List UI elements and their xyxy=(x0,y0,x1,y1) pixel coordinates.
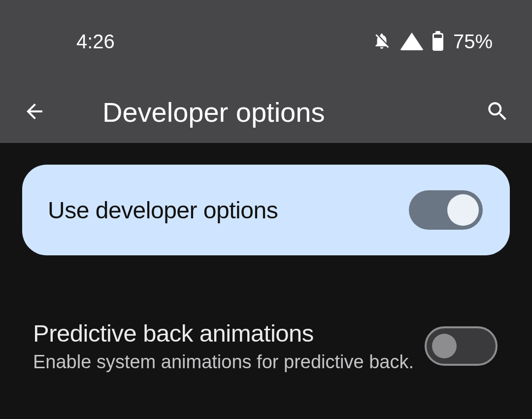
battery-fill xyxy=(434,38,442,49)
status-icons: 75% xyxy=(372,31,493,53)
master-toggle-card[interactable]: Use developer options xyxy=(22,165,510,255)
setting-row[interactable]: Predictive back animations Enable system… xyxy=(22,255,510,373)
search-button[interactable] xyxy=(483,98,512,127)
wifi-icon xyxy=(400,33,424,50)
setting-toggle-switch[interactable] xyxy=(425,326,498,366)
setting-title: Predictive back animations xyxy=(33,319,414,347)
setting-text: Predictive back animations Enable system… xyxy=(33,319,414,373)
app-bar: Developer options xyxy=(0,81,532,143)
status-time: 4:26 xyxy=(76,31,115,53)
battery-text: 75% xyxy=(453,31,493,53)
arrow-back-icon xyxy=(23,100,46,125)
search-icon xyxy=(485,99,510,126)
setting-subtitle: Enable system animations for predictive … xyxy=(33,351,414,373)
master-toggle-switch[interactable] xyxy=(409,190,483,230)
page-title: Developer options xyxy=(102,96,483,128)
master-toggle-label: Use developer options xyxy=(48,197,278,224)
battery-icon xyxy=(432,33,443,51)
back-button[interactable] xyxy=(20,98,49,127)
content: Use developer options Predictive back an… xyxy=(0,143,532,373)
status-bar: 4:26 75% xyxy=(0,0,532,81)
bell-off-icon xyxy=(372,32,391,52)
